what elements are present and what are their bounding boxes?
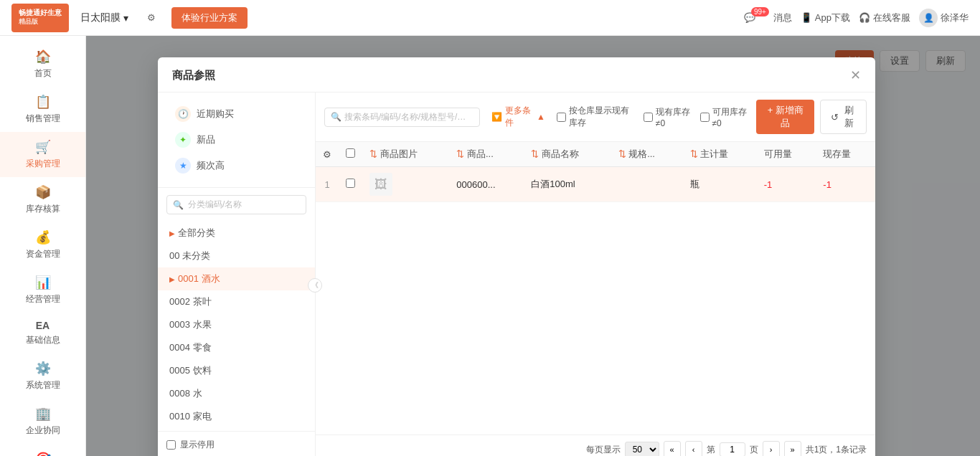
show-disabled-label[interactable]: 显示停用	[166, 439, 306, 451]
sidebar-item-home[interactable]: 🏠 首页	[0, 42, 85, 87]
logo-text-line2: 精品版	[19, 17, 62, 27]
row-name-cell: 白酒100ml	[524, 167, 611, 202]
checkbox-available-nonzero[interactable]: 可用库存≠0	[700, 106, 751, 128]
sidebar-item-sales[interactable]: 📋 销售管理	[0, 87, 85, 132]
first-page-button[interactable]: «	[664, 441, 681, 456]
product-reference-modal: 商品参照 ✕ 🕐 近期购买 ✦ 新品	[158, 57, 875, 456]
table-row[interactable]: 1 🖼 000600... 白酒100ml	[316, 167, 875, 202]
sidebar-label-system: 系统管理	[26, 379, 60, 391]
next-page-button[interactable]: ›	[763, 441, 780, 456]
category-item-0004[interactable]: 0004 零食	[158, 336, 315, 359]
product-table-container: ⚙ ⇅ 商品图片 ⇅	[316, 142, 875, 434]
category-label-0004: 0004 零食	[169, 341, 212, 354]
home-icon: 🏠	[35, 49, 51, 65]
settings-icon[interactable]: ⚙	[140, 6, 163, 29]
category-item-0005[interactable]: 0005 饮料	[158, 359, 315, 382]
category-search-placeholder: 分类编码/名称	[188, 199, 242, 211]
sort-icon-name: ⇅	[531, 148, 539, 159]
sidebar-item-inventory[interactable]: 📦 库存核算	[0, 177, 85, 222]
purchase-icon: 🛒	[35, 139, 51, 155]
category-item-00[interactable]: 00 未分类	[158, 244, 315, 267]
online-service-nav-item[interactable]: 🎧 在线客服	[859, 11, 910, 24]
quick-item-recent[interactable]: 🕐 近期购买	[166, 101, 306, 127]
category-item-0010[interactable]: 0010 家电	[158, 405, 315, 428]
frequent-icon: ★	[175, 158, 191, 174]
sidebar-label-basic: 基础信息	[26, 334, 60, 346]
modal-close-button[interactable]: ✕	[850, 67, 861, 83]
col-name[interactable]: ⇅ 商品名称	[524, 142, 611, 167]
app-download-nav-item[interactable]: 📱 App下载	[801, 11, 850, 24]
add-product-button[interactable]: + 新增商品	[756, 100, 814, 134]
checkbox-by-warehouse[interactable]: 按仓库显示现有库存	[557, 105, 638, 129]
sidebar-item-operations[interactable]: 📊 经营管理	[0, 267, 85, 313]
messages-nav-item[interactable]: 💬 99+ 消息	[744, 11, 792, 24]
page-size-label: 每页显示	[586, 444, 621, 456]
page-size-select[interactable]: 50	[625, 442, 659, 456]
navbar-right: 💬 99+ 消息 📱 App下载 🎧 在线客服 👤 徐泽华	[744, 9, 969, 27]
category-search-box[interactable]: 🔍 分类编码/名称	[166, 195, 306, 214]
store-dropdown[interactable]: 日太阳膜 ▾	[80, 11, 128, 24]
enterprise-icon: 🏢	[35, 406, 51, 422]
quick-access: 🕐 近期购买 ✦ 新品 ★ 频次高	[158, 98, 315, 184]
sidebar-label-enterprise: 企业协同	[26, 424, 60, 437]
left-panel: 🕐 近期购买 ✦ 新品 ★ 频次高	[158, 92, 316, 456]
messages-label: 消息	[773, 11, 792, 24]
available-nonzero-checkbox[interactable]	[700, 113, 710, 122]
sidebar-item-finance[interactable]: 💰 资金管理	[0, 222, 85, 267]
category-item-0002[interactable]: 0002 茶叶	[158, 290, 315, 313]
existing-nonzero-checkbox[interactable]	[644, 113, 653, 122]
row-code-cell: 000600...	[449, 167, 524, 202]
col-available[interactable]: 可用量	[757, 142, 816, 167]
col-code[interactable]: ⇅ 商品...	[449, 142, 524, 167]
message-badge: 99+	[751, 7, 769, 16]
quick-item-frequent[interactable]: ★ 频次高	[166, 153, 306, 179]
category-item-all[interactable]: ▶ 全部分类	[158, 222, 315, 244]
select-all-checkbox[interactable]	[346, 148, 355, 158]
store-name: 日太阳膜	[80, 11, 121, 24]
by-warehouse-checkbox[interactable]	[557, 113, 566, 122]
filter-arrow-icon: ▲	[537, 112, 545, 122]
sidebar-item-enterprise[interactable]: 🏢 企业协同	[0, 399, 85, 444]
chevron-down-icon: ▾	[123, 12, 128, 24]
cta-button[interactable]: 体验行业方案	[171, 7, 248, 29]
category-item-0003[interactable]: 0003 水果	[158, 313, 315, 336]
show-disabled-checkbox[interactable]	[166, 440, 176, 450]
expand-icon-0001: ▶	[169, 275, 175, 283]
search-placeholder: 搜索条码/编码/名称/规格型号/别名	[344, 111, 473, 123]
sort-icon: ⇅	[369, 148, 377, 159]
col-unit[interactable]: ⇅ 主计量	[683, 142, 757, 167]
sidebar-item-basic[interactable]: EA 基础信息	[0, 313, 85, 353]
page-number-input[interactable]	[720, 442, 745, 456]
quick-label-frequent: 频次高	[197, 159, 225, 172]
user-avatar[interactable]: 👤 徐泽华	[919, 9, 969, 27]
filter-button[interactable]: 🔽 更多条件 ▲	[486, 102, 551, 132]
sidebar-item-purchase[interactable]: 🛒 采购管理	[0, 132, 85, 177]
row-image-cell: 🖼	[362, 167, 449, 202]
collapse-panel-button[interactable]: 《	[308, 278, 322, 293]
sidebar-item-system[interactable]: ⚙️ 系统管理	[0, 353, 85, 399]
refresh-product-button[interactable]: ↺ 刷新	[820, 100, 867, 134]
product-search-box[interactable]: 🔍 搜索条码/编码/名称/规格型号/别名	[324, 108, 480, 127]
row-spec-cell	[611, 167, 683, 202]
sort-icon-code: ⇅	[456, 148, 464, 159]
col-settings[interactable]: ⚙	[316, 142, 339, 167]
prev-page-button[interactable]: ‹	[685, 441, 702, 456]
col-spec[interactable]: ⇅ 规格...	[611, 142, 683, 167]
sidebar-item-guide[interactable]: 🎯 新手引导	[0, 444, 85, 456]
modal-title: 商品参照	[172, 69, 215, 82]
refresh-label: 刷新	[842, 104, 856, 130]
row-checkbox[interactable]	[346, 179, 355, 188]
last-page-button[interactable]: »	[784, 441, 801, 456]
phone-icon: 📱	[801, 12, 812, 23]
available-nonzero-label: 可用库存≠0	[712, 106, 751, 128]
category-label-all: 全部分类	[178, 227, 215, 239]
row-checkbox-cell[interactable]	[339, 167, 362, 202]
category-item-0008[interactable]: 0008 水	[158, 382, 315, 405]
toolbar-right: + 新增商品 ↺ 刷新	[756, 100, 867, 134]
checkbox-existing-nonzero[interactable]: 现有库存≠0	[644, 106, 694, 128]
page-label: 第	[707, 444, 715, 456]
new-icon: ✦	[175, 132, 191, 148]
category-item-0001[interactable]: ▶ 0001 酒水	[158, 267, 315, 290]
quick-item-new[interactable]: ✦ 新品	[166, 127, 306, 153]
category-label-0003: 0003 水果	[169, 318, 212, 331]
